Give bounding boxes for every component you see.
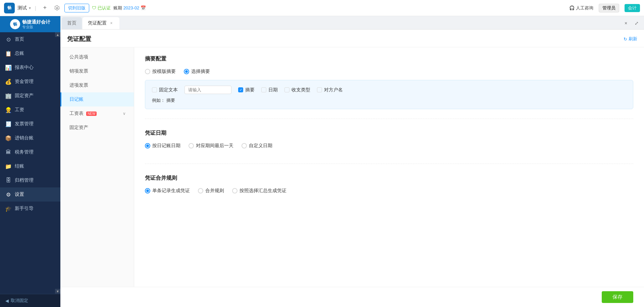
date-checkbox [261, 87, 266, 92]
config-nav-sales-invoice[interactable]: 销项发票 [60, 64, 134, 78]
sidebar-item-label: 归档管理 [15, 177, 34, 183]
purchases-icon: 📦 [5, 135, 11, 141]
sidebar-item-label: 资金管理 [15, 79, 34, 85]
date-section: 凭证日期 按日记账日期 对应期间最后一天 [145, 130, 633, 164]
period-value: 2023-02 [123, 5, 140, 10]
income-type-checkbox [284, 87, 289, 92]
sidebar-item-label: 工资 [15, 107, 24, 113]
sidebar-item-label: 结账 [15, 163, 24, 169]
config-nav-public[interactable]: 公共选项 [60, 50, 134, 64]
verified-status: 🛡 已认证 [92, 5, 111, 11]
merge-rule-circle [198, 188, 203, 193]
summary-section-title: 摘要配置 [145, 55, 633, 62]
radio-journal-date[interactable]: 按日记账日期 [145, 143, 180, 149]
app-edition: 专业版 [22, 25, 50, 29]
summary-checkbox-row: 固定文本 摘要 日期 [152, 86, 626, 94]
capital-icon: 💰 [5, 79, 11, 85]
sidebar-item-assets[interactable]: 🏢 固定资产 [0, 89, 60, 103]
config-nav-journal[interactable]: 日记账 [60, 92, 134, 106]
sidebar-logo-icon: 畅 [10, 19, 20, 29]
sidebar-item-label: 设置 [15, 191, 24, 198]
sidebar-item-settings[interactable]: ⚙ 设置 [0, 187, 60, 202]
checkbox-fixed-text[interactable]: 固定文本 [152, 87, 178, 93]
sidebar-item-guide[interactable]: 🎓 新手引导 [0, 202, 60, 216]
sidebar-logo: 畅 畅捷通好会计 专业版 [0, 16, 60, 32]
sidebar: 畅 畅捷通好会计 专业版 ▲ ⊙ 首页 📋 总账 📊 报表中心 💰 资金管理 [0, 16, 60, 307]
config-nav-payroll-table[interactable]: 工资表 NEW ∨ [60, 106, 134, 121]
save-button[interactable]: 保存 [602, 291, 633, 303]
fixed-text-input[interactable] [184, 86, 231, 94]
sidebar-scroll-down[interactable]: ▼ [55, 289, 60, 294]
config-nav-purchase-invoice[interactable]: 进项发票 [60, 78, 134, 92]
radio-template-summary[interactable]: 按模版摘要 [145, 69, 176, 75]
merge-section-title: 凭证合并规则 [145, 175, 633, 182]
add-tab-button[interactable]: + [40, 3, 50, 13]
sidebar-item-invoice[interactable]: 🧾 发票管理 [0, 117, 60, 131]
sidebar-item-label: 进销台账 [15, 135, 34, 141]
config-nav-fixed-assets[interactable]: 固定资产 [60, 121, 134, 135]
journal-date-circle [145, 143, 150, 148]
by-selection-circle [232, 188, 237, 193]
main-layout: 畅 畅捷通好会计 专业版 ▲ ⊙ 首页 📋 总账 📊 报表中心 💰 资金管理 [0, 16, 644, 307]
radio-period-last[interactable]: 对应期间最后一天 [189, 143, 233, 149]
example-text: 例如： 摘要 [152, 97, 626, 103]
tab-close-button[interactable]: × [109, 20, 114, 26]
radio-by-selection[interactable]: 按照选择汇总生成凭证 [232, 188, 286, 194]
sidebar-cancel-fixed[interactable]: ◀ 取消固定 [0, 294, 60, 307]
sidebar-item-capital[interactable]: 💰 资金管理 [0, 75, 60, 89]
config-nav: 公共选项 销项发票 进项发票 日记账 工资表 NEW [60, 47, 134, 287]
radio-single-record[interactable]: 单条记录生成凭证 [145, 188, 190, 194]
pin-icon: ◀ [5, 298, 9, 303]
sidebar-scroll-up[interactable]: ▲ [55, 32, 60, 37]
shield-icon: 🛡 [92, 5, 96, 10]
sidebar-item-ledger[interactable]: 📋 总账 [0, 46, 60, 60]
radio-select-circle [184, 69, 189, 74]
fixed-text-checkbox [152, 87, 157, 92]
switch-old-version-button[interactable]: 切到旧版 [64, 4, 89, 12]
expand-button[interactable]: ⤢ [632, 18, 641, 28]
sidebar-item-tax[interactable]: 🏛 税务管理 [0, 145, 60, 159]
tab-bar-actions: × ⤢ [621, 18, 644, 29]
accountant-button[interactable]: 会计 [625, 4, 640, 12]
new-badge: NEW [86, 112, 97, 116]
app-name: 畅捷通好会计 [22, 19, 50, 25]
sidebar-item-label: 发票管理 [15, 121, 34, 127]
checkbox-summary[interactable]: 摘要 [238, 87, 255, 93]
refresh-icon: ↻ [624, 37, 627, 42]
checkbox-date[interactable]: 日期 [261, 87, 278, 93]
period-info: 账期 2023-02 📅 [113, 5, 146, 11]
sidebar-item-label: 固定资产 [15, 93, 34, 99]
assets-icon: 🏢 [5, 93, 11, 99]
consult-button[interactable]: 🎧 人工咨询 [569, 5, 593, 11]
company-selector[interactable]: 测试 ▾ [17, 5, 31, 11]
summary-config-box: 固定文本 摘要 日期 [145, 80, 633, 109]
topbar-right: 🎧 人工咨询 管理员 会计 [569, 4, 640, 12]
radio-custom-date[interactable]: 自定义日期 [241, 143, 272, 149]
tab-home[interactable]: 首页 [62, 17, 82, 29]
checkbox-income-type[interactable]: 收支类型 [284, 87, 310, 93]
close-tab-button[interactable]: × [621, 18, 631, 28]
sidebar-item-label: 报表中心 [15, 64, 34, 71]
checkbox-counterpart[interactable]: 对方户名 [317, 87, 343, 93]
radio-select-summary[interactable]: 选择摘要 [184, 69, 210, 75]
sidebar-item-home[interactable]: ⊙ 首页 [0, 32, 60, 46]
summary-checkbox [238, 87, 243, 92]
refresh-button[interactable]: ↻ 刷新 [624, 36, 637, 42]
reports-icon: 📊 [5, 64, 11, 71]
radio-template-circle [145, 69, 150, 74]
gear-button[interactable] [52, 3, 62, 13]
sidebar-item-label: 首页 [15, 36, 24, 42]
page-header: 凭证配置 ↻ 刷新 [60, 30, 644, 47]
sidebar-item-payroll[interactable]: 👷 工资 [0, 103, 60, 117]
calendar-icon[interactable]: 📅 [141, 5, 146, 10]
page-content: 凭证配置 ↻ 刷新 公共选项 销项发票 进项发票 [60, 30, 644, 307]
sidebar-item-closing[interactable]: 📁 结账 [0, 159, 60, 173]
sidebar-item-purchases[interactable]: 📦 进销台账 [0, 131, 60, 145]
sidebar-item-reports[interactable]: 📊 报表中心 [0, 60, 60, 75]
radio-merge-rule[interactable]: 合并规则 [198, 188, 224, 194]
sidebar-item-archive[interactable]: 🗄 归档管理 [0, 173, 60, 187]
sidebar-nav: ⊙ 首页 📋 总账 📊 报表中心 💰 资金管理 🏢 固定资产 👷 工资 [0, 32, 60, 294]
tab-voucher-config[interactable]: 凭证配置 × [83, 17, 119, 29]
admin-button[interactable]: 管理员 [599, 4, 619, 12]
guide-icon: 🎓 [5, 206, 11, 212]
